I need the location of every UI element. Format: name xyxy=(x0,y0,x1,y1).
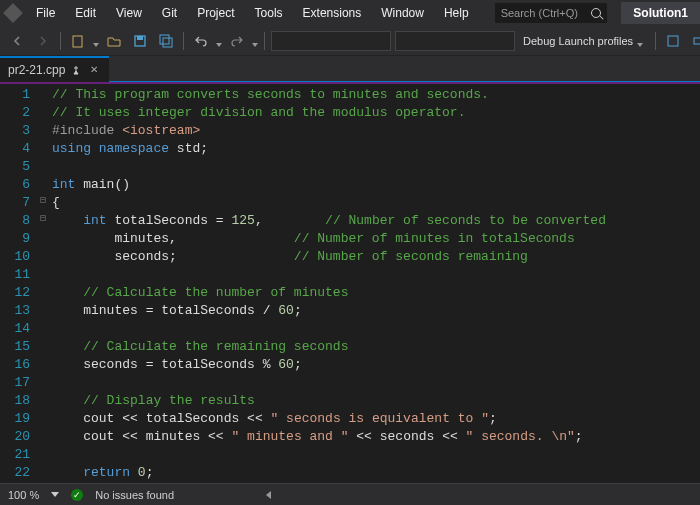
statusbar: 100 % ✓ No issues found xyxy=(0,483,700,505)
new-item-button[interactable] xyxy=(67,30,89,52)
svg-rect-2 xyxy=(137,36,143,40)
fold-toggle-icon[interactable]: ⊟ xyxy=(34,210,52,228)
tool-b-button[interactable] xyxy=(688,30,700,52)
line-number-gutter: 123456789101112131415161718192021222324 xyxy=(0,84,34,483)
code-editor[interactable]: 123456789101112131415161718192021222324 … xyxy=(0,84,700,483)
search-icon xyxy=(591,8,601,18)
svg-rect-5 xyxy=(668,36,678,46)
search-input[interactable]: Search (Ctrl+Q) xyxy=(495,3,608,23)
solution-selector[interactable]: Solution1 xyxy=(621,2,700,24)
svg-rect-3 xyxy=(160,35,169,44)
save-button[interactable] xyxy=(129,30,151,52)
launch-profiles-label: Debug Launch profiles xyxy=(523,35,633,47)
nav-back-button[interactable] xyxy=(6,30,28,52)
menu-item-project[interactable]: Project xyxy=(187,2,244,24)
nav-forward-button[interactable] xyxy=(32,30,54,52)
save-all-button[interactable] xyxy=(155,30,177,52)
config-combo[interactable] xyxy=(271,31,391,51)
menu-item-tools[interactable]: Tools xyxy=(245,2,293,24)
launch-profiles-dropdown-icon xyxy=(637,37,645,45)
search-placeholder: Search (Ctrl+Q) xyxy=(501,7,578,19)
tab-label: pr2-21.cpp xyxy=(8,63,65,77)
close-icon[interactable]: ✕ xyxy=(87,63,101,77)
fold-toggle-icon[interactable]: ⊟ xyxy=(34,192,52,210)
zoom-dropdown-icon[interactable] xyxy=(51,492,59,497)
app-logo-icon xyxy=(3,3,23,23)
toolbar-separator xyxy=(60,32,61,50)
open-file-button[interactable] xyxy=(103,30,125,52)
code-area[interactable]: // This program converts seconds to minu… xyxy=(52,84,700,483)
status-ok-icon: ✓ xyxy=(71,489,83,501)
svg-rect-4 xyxy=(163,38,172,47)
toolbar: Debug Launch profiles xyxy=(0,26,700,56)
fold-gutter[interactable]: ⊟⊟ xyxy=(34,84,52,483)
menu-item-git[interactable]: Git xyxy=(152,2,187,24)
redo-button[interactable] xyxy=(226,30,248,52)
tool-a-button[interactable] xyxy=(662,30,684,52)
undo-button[interactable] xyxy=(190,30,212,52)
editor-tabbar: pr2-21.cpp ✕ xyxy=(0,56,700,82)
menu-item-view[interactable]: View xyxy=(106,2,152,24)
undo-dropdown[interactable] xyxy=(216,37,222,45)
redo-dropdown[interactable] xyxy=(252,37,258,45)
toolbar-separator xyxy=(655,32,656,50)
menu-item-window[interactable]: Window xyxy=(371,2,434,24)
toolbar-separator xyxy=(264,32,265,50)
svg-rect-0 xyxy=(73,36,82,47)
platform-combo[interactable] xyxy=(395,31,515,51)
launch-profiles-button[interactable]: Debug Launch profiles xyxy=(519,35,649,47)
pin-icon[interactable] xyxy=(69,63,83,77)
toolbar-separator xyxy=(183,32,184,50)
menu-item-edit[interactable]: Edit xyxy=(65,2,106,24)
menu-item-help[interactable]: Help xyxy=(434,2,479,24)
scroll-left-icon[interactable] xyxy=(266,491,271,499)
editor-tab[interactable]: pr2-21.cpp ✕ xyxy=(0,56,109,82)
menu-item-file[interactable]: File xyxy=(26,2,65,24)
new-item-dropdown[interactable] xyxy=(93,37,99,45)
zoom-level[interactable]: 100 % xyxy=(8,489,39,501)
svg-rect-6 xyxy=(694,38,700,44)
issues-label[interactable]: No issues found xyxy=(95,489,174,501)
menu-item-extensions[interactable]: Extensions xyxy=(293,2,372,24)
menubar: FileEditViewGitProjectToolsExtensionsWin… xyxy=(0,0,700,26)
